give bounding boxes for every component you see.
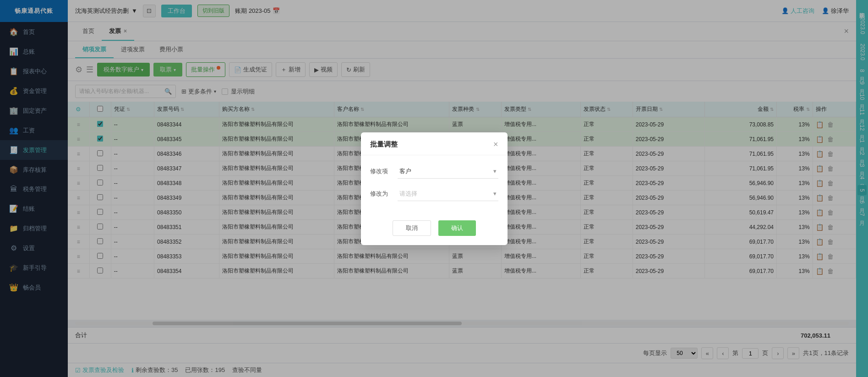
modify-field-chevron: ▾ bbox=[493, 168, 497, 175]
modal-confirm-btn[interactable]: 确认 bbox=[438, 220, 476, 236]
modal-title: 批量调整 bbox=[370, 140, 398, 149]
batch-adjust-modal: 批量调整 × 修改项 客户 ▾ 修改为 请选择 ▾ 取消 确认 bbox=[361, 132, 508, 245]
modify-field-value: 客户 bbox=[399, 167, 411, 175]
modify-to-placeholder: 请选择 bbox=[399, 190, 417, 198]
modify-to-row: 修改为 请选择 ▾ bbox=[370, 187, 498, 201]
modify-to-label: 修改为 bbox=[370, 190, 392, 198]
modal-overlay: 批量调整 × 修改项 客户 ▾ 修改为 请选择 ▾ 取消 确认 bbox=[0, 0, 868, 377]
modal-close-btn[interactable]: × bbox=[493, 140, 498, 149]
modify-to-chevron: ▾ bbox=[493, 190, 497, 197]
modal-footer: 取消 确认 bbox=[361, 217, 508, 245]
modal-body: 修改项 客户 ▾ 修改为 请选择 ▾ bbox=[361, 155, 508, 217]
modify-field-row: 修改项 客户 ▾ bbox=[370, 164, 498, 179]
modal-cancel-btn[interactable]: 取消 bbox=[393, 220, 431, 236]
modify-field-select[interactable]: 客户 ▾ bbox=[398, 164, 498, 179]
modify-field-label: 修改项 bbox=[370, 167, 392, 175]
modal-header: 批量调整 × bbox=[361, 132, 508, 155]
modify-to-select[interactable]: 请选择 ▾ bbox=[398, 187, 498, 201]
